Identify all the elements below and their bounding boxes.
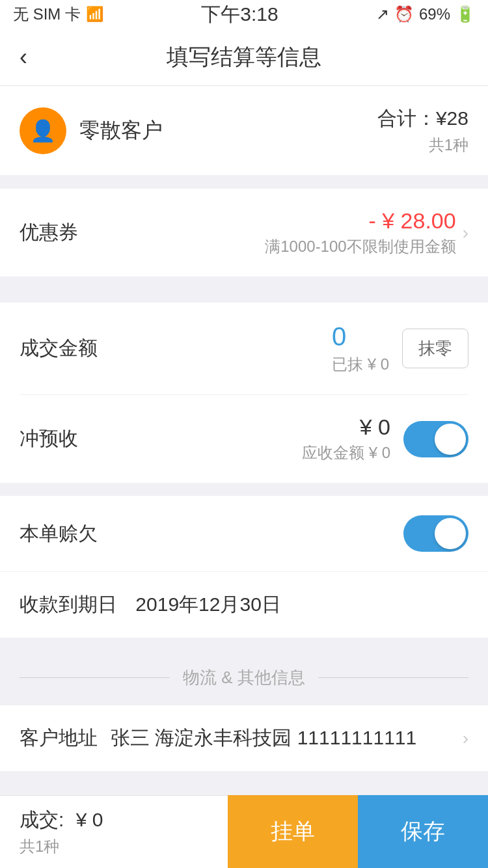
deal-amount-label: 成交金额: [20, 335, 98, 362]
battery-level: 69%: [419, 5, 450, 23]
section-divider-1: [0, 290, 488, 303]
debt-section: 本单赊欠: [0, 496, 488, 571]
status-bar: 无 SIM 卡 📶 下午3:18 ↗ ⏰ 69% 🔋: [0, 0, 488, 29]
bottom-deal-row: 成交: ¥ 0: [20, 807, 208, 834]
status-time: 下午3:18: [201, 1, 278, 28]
logistics-divider: 物流 & 其他信息: [0, 651, 488, 705]
nav-bar: ‹ 填写结算等信息: [0, 29, 488, 86]
customer-count: 共1种: [377, 135, 468, 156]
customer-card: 👤 零散客户 合计：¥28 共1种: [0, 86, 488, 175]
alarm-icon: ⏰: [394, 5, 414, 23]
deal-amount-row: 成交金额 0 已抹 ¥ 0 抹零: [20, 303, 468, 395]
customer-total: 合计：¥28: [377, 105, 468, 132]
coupon-card[interactable]: 优惠券 - ¥ 28.00 满1000-100不限制使用金额 ›: [0, 188, 488, 277]
bottom-deal-info: 成交: ¥ 0 共1种: [0, 795, 228, 868]
sim-status: 无 SIM 卡: [13, 4, 81, 25]
pre-receive-toggle[interactable]: [403, 421, 468, 457]
debt-label: 本单赊欠: [20, 521, 98, 547]
pre-receive-label: 冲预收: [20, 426, 78, 452]
location-icon: ↗: [376, 5, 389, 23]
section-divider-3: [0, 638, 488, 651]
customer-summary: 合计：¥28 共1种: [377, 105, 468, 156]
coupon-chevron-icon: ›: [463, 223, 468, 243]
bottom-bar: 成交: ¥ 0 共1种 挂单 保存: [0, 795, 488, 868]
bottom-deal-amount: ¥ 0: [76, 809, 103, 830]
pre-receive-row: 冲预收 ¥ 0 应收金额 ¥ 0: [20, 395, 468, 483]
amount-section: 成交金额 0 已抹 ¥ 0 抹零 冲预收 ¥ 0 应收金额 ¥ 0: [0, 303, 488, 483]
section-divider-2: [0, 483, 488, 496]
back-button[interactable]: ‹: [20, 44, 27, 71]
due-date-label: 收款到期日: [20, 593, 117, 615]
address-row[interactable]: 客户地址 张三 海淀永丰科技园 11111111111 ›: [0, 705, 488, 771]
pre-receive-values: ¥ 0 应收金额 ¥ 0: [302, 414, 390, 463]
bottom-deal-sub: 共1种: [20, 836, 208, 857]
pending-button[interactable]: 挂单: [228, 795, 358, 868]
save-button[interactable]: 保存: [358, 795, 488, 868]
address-label: 客户地址: [20, 725, 98, 752]
toggle-knob: [435, 424, 466, 455]
pre-receive-amount: ¥ 0: [302, 414, 390, 440]
wifi-icon: 📶: [86, 6, 103, 23]
divider-line-left: [20, 677, 170, 678]
pre-receive-right: ¥ 0 应收金额 ¥ 0: [302, 414, 468, 463]
deal-amount-right: 0 已抹 ¥ 0 抹零: [332, 322, 468, 375]
status-left: 无 SIM 卡 📶: [13, 4, 103, 25]
address-value: 张三 海淀永丰科技园 11111111111: [111, 725, 450, 752]
address-chevron-icon: ›: [463, 728, 468, 749]
debt-toggle[interactable]: [403, 515, 468, 552]
deal-amount-value: 0: [332, 322, 389, 351]
customer-avatar: 👤: [20, 107, 66, 154]
coupon-label: 优惠券: [20, 219, 78, 246]
content-area: 👤 零散客户 合计：¥28 共1种 优惠券 - ¥ 28.00 满1000-10…: [0, 86, 488, 868]
due-date-row: 收款到期日 2019年12月30日: [0, 571, 488, 638]
coupon-amount: - ¥ 28.00: [265, 208, 455, 234]
logistics-label: 物流 & 其他信息: [183, 666, 305, 689]
avatar-icon: 👤: [30, 118, 56, 143]
pre-receive-sub: 应收金额 ¥ 0: [302, 442, 390, 463]
bottom-deal-label: 成交:: [20, 809, 64, 830]
coupon-desc: 满1000-100不限制使用金额: [265, 236, 455, 257]
debt-toggle-knob: [435, 518, 466, 549]
due-date-value: 2019年12月30日: [135, 593, 280, 615]
round-zero-button[interactable]: 抹零: [402, 329, 468, 368]
nav-title: 填写结算等信息: [167, 42, 321, 72]
customer-info: 👤 零散客户: [20, 107, 163, 154]
customer-row: 👤 零散客户 合计：¥28 共1种: [0, 86, 488, 175]
coupon-row[interactable]: 优惠券 - ¥ 28.00 满1000-100不限制使用金额 ›: [0, 188, 488, 277]
battery-icon: 🔋: [455, 5, 475, 23]
deal-amount-sub: 已抹 ¥ 0: [332, 354, 389, 375]
divider-line-right: [318, 677, 468, 678]
customer-name: 零散客户: [79, 116, 163, 145]
coupon-right: - ¥ 28.00 满1000-100不限制使用金额 ›: [265, 208, 468, 257]
status-right: ↗ ⏰ 69% 🔋: [376, 5, 475, 23]
